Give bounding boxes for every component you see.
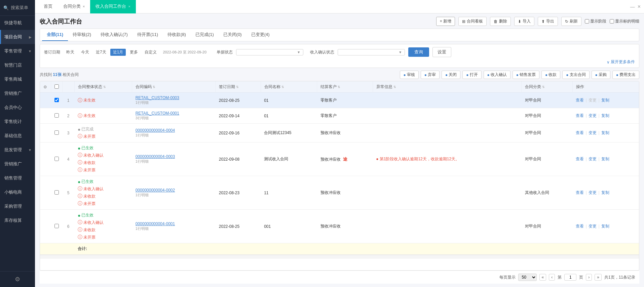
sidebar-item-purchase[interactable]: 采购管理 — [0, 199, 35, 213]
row-checkbox[interactable] — [51, 108, 62, 124]
sidebar-item-quicknav[interactable]: 快捷导航 — [0, 16, 35, 30]
close-contract-button[interactable]: ● 关闭 — [442, 71, 460, 79]
copy-button[interactable]: 复制 — [601, 190, 609, 195]
import-button[interactable]: ⬇ 导入 — [514, 17, 534, 26]
expand-filter-button[interactable]: ∨ 展开更多条件 — [607, 59, 635, 65]
row-checkbox[interactable] — [51, 124, 62, 142]
copy-button[interactable]: 复制 — [601, 224, 609, 229]
sort-icon[interactable]: ⇅ — [393, 85, 396, 89]
export-button[interactable]: ⬆ 导出 — [538, 17, 558, 26]
edit-button[interactable]: 变更 — [589, 130, 597, 135]
sidebar-item-retail-shop[interactable]: 零售商城 — [0, 72, 35, 86]
horizontal-scrollbar[interactable] — [40, 255, 639, 259]
kanban-button[interactable]: ⊞ 合同看板 — [458, 17, 487, 26]
edit-button[interactable]: 变更 — [589, 157, 597, 161]
copy-button[interactable]: 复制 — [601, 113, 609, 118]
status-tab-all[interactable]: 全部(11) — [42, 29, 68, 41]
page-size-select[interactable]: 50 100 200 — [518, 274, 537, 281]
date-opt-more[interactable]: 更多 — [127, 49, 141, 56]
income-confirm-button[interactable]: ● 收入确认 — [484, 71, 510, 79]
tab-close-icon[interactable]: × — [83, 4, 85, 8]
th-gear[interactable]: ⚙ — [40, 81, 51, 93]
open-contract-button[interactable]: ● 打开 — [462, 71, 481, 79]
audit-button[interactable]: ● 审核 — [400, 71, 419, 79]
sidebar-item-basic-info[interactable]: 基础信息 — [0, 129, 35, 143]
view-button[interactable]: 查看 — [576, 98, 584, 102]
sidebar-search[interactable]: 🔍 搜索菜单 — [0, 0, 35, 16]
sort-icon[interactable]: ⇅ — [103, 85, 106, 89]
copy-button[interactable]: 复制 — [601, 98, 609, 102]
status-tab-pending-invoice[interactable]: 待开票(11) — [132, 29, 163, 41]
tab-home[interactable]: 首页 — [38, 0, 58, 13]
sort-icon[interactable]: ⇅ — [236, 85, 239, 89]
edit-button[interactable]: 变更 — [589, 113, 597, 118]
sidebar-item-retail-mgmt[interactable]: 零售管理 ▼ — [0, 44, 35, 58]
view-button[interactable]: 查看 — [576, 224, 584, 229]
view-button[interactable]: 查看 — [576, 113, 584, 118]
edit-button[interactable]: 变更 — [589, 190, 597, 195]
document-status-select[interactable]: ▼ — [236, 49, 303, 55]
date-opt-7days[interactable]: 近7天 — [93, 49, 109, 56]
sidebar-item-project[interactable]: 项目合同 ▶ — [0, 30, 35, 44]
tab-close-icon[interactable]: × — [128, 4, 130, 8]
last-page-button[interactable]: » — [595, 274, 602, 281]
expense-payout-button[interactable]: ● 费用支出 — [612, 71, 639, 79]
contract-code-link[interactable]: 0000000000004-0003 — [136, 154, 175, 159]
purchase-button[interactable]: ● 采购 — [592, 71, 610, 79]
sort-icon[interactable]: ⇅ — [281, 85, 284, 89]
setting-button[interactable]: 设置 — [432, 47, 451, 57]
contract-code-link[interactable]: RETAIL_CUSTOM-0003 — [136, 95, 179, 100]
sidebar-item-wholesale[interactable]: 批发管理 ▼ — [0, 143, 35, 157]
sales-invoice-button[interactable]: ● 销售发票 — [513, 71, 539, 79]
contract-code-link[interactable]: 0000000000004-0004 — [136, 128, 175, 133]
contract-code-link[interactable]: RETAIL_CUSTOM-0001 — [136, 111, 179, 116]
copy-button[interactable]: 复制 — [601, 130, 609, 135]
row-checkbox[interactable] — [51, 142, 62, 176]
edit-button[interactable]: 变更 — [589, 224, 597, 229]
sidebar-item-inventory[interactable]: 库存核算 — [0, 213, 35, 228]
tab-contract-category[interactable]: 合同分类 × — [58, 0, 90, 13]
collect-payment-button[interactable]: ● 收款 — [541, 71, 560, 79]
status-tab-pending-income-confirm[interactable]: 待收入确认(7) — [96, 29, 132, 41]
row-checkbox[interactable] — [51, 93, 62, 108]
expense-contract-button[interactable]: ● 支出合同 — [562, 71, 589, 79]
sort-icon[interactable]: ⇅ — [542, 85, 545, 89]
date-opt-yesterday[interactable]: 昨天 — [64, 49, 77, 56]
select-all-checkbox[interactable] — [54, 84, 59, 89]
status-tab-changed[interactable]: 已变更(4) — [247, 29, 274, 41]
sidebar-item-smart-store[interactable]: 智慧门店 — [0, 58, 35, 72]
row-checkbox[interactable] — [51, 210, 62, 243]
sort-icon[interactable]: ⇅ — [153, 85, 155, 89]
tab-income-workbench[interactable]: 收入合同工作台 × — [90, 0, 136, 13]
th-checkbox[interactable] — [51, 81, 62, 93]
status-tab-pending-review[interactable]: 待审核(2) — [68, 29, 96, 41]
first-page-button[interactable]: « — [539, 274, 546, 281]
income-confirm-status-select[interactable]: ▼ — [338, 49, 405, 55]
search-button[interactable]: 查询 — [408, 47, 429, 57]
show-stages-checkbox[interactable]: 显示阶段 — [585, 18, 606, 24]
view-button[interactable]: 查看 — [576, 157, 584, 161]
sidebar-item-marketing2[interactable]: 营销推广 — [0, 157, 35, 171]
next-page-button[interactable]: › — [586, 274, 592, 281]
add-button[interactable]: + 新增 — [436, 17, 455, 26]
sidebar-item-sales-mgmt[interactable]: 销售管理 — [0, 171, 35, 185]
date-opt-today[interactable]: 今天 — [78, 49, 92, 56]
refresh-button[interactable]: ↻ 刷新 — [561, 17, 581, 26]
status-tab-completed[interactable]: 已完成(1) — [191, 29, 219, 41]
row-checkbox[interactable] — [51, 176, 62, 210]
window-minimize-icon[interactable]: — — [630, 4, 635, 9]
abandon-audit-button[interactable]: ● 弃审 — [421, 71, 440, 79]
sidebar-item-xiaochang[interactable]: 小畅电商 — [0, 185, 35, 199]
contract-code-link[interactable]: 0000000000004-0001 — [136, 221, 175, 226]
delete-button[interactable]: 🗑 删除 — [490, 17, 511, 26]
copy-button[interactable]: 复制 — [601, 157, 609, 161]
view-button[interactable]: 查看 — [576, 190, 584, 195]
sidebar-item-member[interactable]: 会员中心 — [0, 100, 35, 115]
status-tab-closed[interactable]: 已关闭(0) — [219, 29, 247, 41]
contract-code-link[interactable]: 0000000000004-0002 — [136, 188, 175, 193]
date-opt-custom[interactable]: 自定义 — [142, 49, 159, 56]
sidebar-item-retail-stats[interactable]: 零售统计 — [0, 115, 35, 129]
sort-icon[interactable]: ⇅ — [338, 85, 340, 89]
view-button[interactable]: 查看 — [576, 130, 584, 135]
window-close-icon[interactable]: × — [638, 4, 641, 10]
